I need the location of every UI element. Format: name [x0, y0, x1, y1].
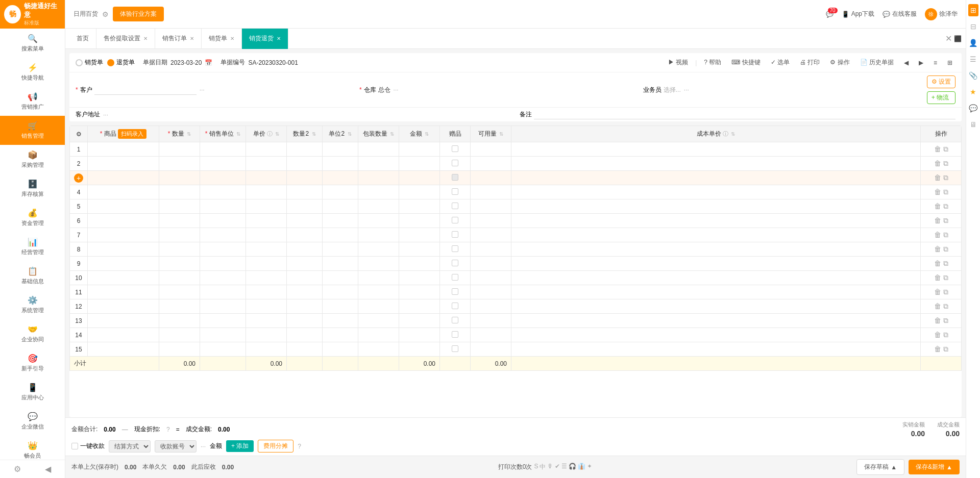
sidebar-item-inventory[interactable]: 🗄️ 库存核算: [0, 174, 65, 203]
quantity-cell-1[interactable]: [159, 142, 200, 157]
action-print[interactable]: 🖨 打印: [797, 57, 823, 68]
available-cell-2[interactable]: [471, 157, 511, 171]
print-icon-3[interactable]: 🎙: [547, 463, 553, 471]
add-row-button[interactable]: +: [74, 173, 83, 183]
address-dots[interactable]: ···: [103, 111, 108, 118]
radio-return[interactable]: 退货单: [107, 58, 135, 67]
delete-row-1[interactable]: 🗑: [934, 145, 941, 154]
unit2-cell-3[interactable]: [323, 171, 358, 185]
right-panel-layout2[interactable]: ⊟: [968, 20, 978, 33]
radio-sales[interactable]: 销货单: [76, 58, 103, 67]
view-list[interactable]: ≡: [930, 58, 940, 67]
delete-row-4[interactable]: 🗑: [934, 188, 941, 196]
nav-next[interactable]: ▶: [916, 58, 926, 67]
user-profile[interactable]: 徐 徐泽华: [925, 8, 958, 20]
delete-row-6[interactable]: 🗑: [934, 216, 941, 225]
nav-prev[interactable]: ◀: [901, 58, 912, 67]
gift-cell-2[interactable]: [440, 157, 471, 171]
copy-row-2[interactable]: ⧉: [943, 159, 948, 168]
delete-row-2[interactable]: 🗑: [934, 159, 941, 168]
customer-input[interactable]: [94, 85, 197, 95]
unitprice-cell-1[interactable]: [246, 142, 287, 157]
right-panel-star[interactable]: ★: [968, 86, 978, 98]
view-grid[interactable]: ⊞: [944, 58, 955, 67]
copy-row-5[interactable]: ⧉: [943, 202, 948, 211]
copy-row-11[interactable]: ⧉: [943, 288, 948, 296]
settlement-select[interactable]: 结算方式: [109, 440, 151, 452]
copy-row-9[interactable]: ⧉: [943, 259, 948, 268]
product-cell-2[interactable]: [88, 157, 159, 171]
date-value[interactable]: 2023-03-20: [170, 59, 202, 66]
unit2-cell-1[interactable]: [323, 142, 358, 157]
right-panel-chat[interactable]: 💬: [967, 102, 979, 114]
sort-salesunit-icon[interactable]: ⇅: [236, 131, 240, 137]
sidebar-item-finance[interactable]: 💰 资金管理: [0, 203, 65, 232]
expense-help-icon[interactable]: ?: [298, 443, 301, 450]
amount-cell-3[interactable]: [399, 171, 440, 185]
qty2-cell-3[interactable]: [287, 171, 323, 185]
sidebar-item-appcenter[interactable]: 📱 应用中心: [0, 378, 65, 407]
sort-costprice-icon[interactable]: ⇅: [731, 131, 735, 137]
app-download[interactable]: 📱 App下载: [842, 10, 874, 18]
available-cell-3[interactable]: [471, 171, 511, 185]
qty2-cell-1[interactable]: [287, 142, 323, 157]
sort-qty2-icon[interactable]: ⇅: [312, 131, 316, 137]
salesunit-cell-3[interactable]: [200, 171, 246, 185]
action-select[interactable]: ✓ 选单: [768, 57, 793, 68]
action-history[interactable]: 📄 历史单据: [857, 57, 897, 68]
tab-sales-delivery-close[interactable]: ✕: [230, 36, 234, 41]
experience-button[interactable]: 体验行业方案: [113, 7, 164, 21]
sidebar-item-quicknav[interactable]: ⚡ 快捷导航: [0, 58, 65, 87]
unit-price-info-icon[interactable]: ⓘ: [267, 131, 273, 137]
packqty-cell-1[interactable]: [358, 142, 399, 157]
sort-packqty-icon[interactable]: ⇅: [390, 131, 394, 137]
print-icon-5[interactable]: ☰: [561, 463, 567, 471]
sort-amount-icon[interactable]: ⇅: [425, 131, 429, 137]
unitprice-cell-3[interactable]: [246, 171, 287, 185]
delete-row-15[interactable]: 🗑: [934, 345, 941, 354]
sidebar-item-purchase[interactable]: 📦 采购管理: [0, 145, 65, 174]
tab-sales-order[interactable]: 销售订单 ✕: [155, 29, 202, 49]
expense-split-button[interactable]: 费用分摊: [258, 440, 293, 452]
costprice-cell-2[interactable]: [511, 157, 921, 171]
right-panel-table[interactable]: ☰: [968, 53, 978, 65]
print-icon-4[interactable]: ✔: [555, 463, 560, 471]
cost-price-info-icon[interactable]: ⓘ: [723, 131, 728, 137]
delete-row-3[interactable]: 🗑: [934, 173, 941, 182]
tab-sales-delivery[interactable]: 销货单 ✕: [202, 29, 242, 49]
breadcrumb-settings-icon[interactable]: ⚙: [102, 10, 109, 18]
salesunit-cell-1[interactable]: [200, 142, 246, 157]
packqty-cell-2[interactable]: [358, 157, 399, 171]
warehouse-dots[interactable]: ···: [394, 86, 399, 93]
costprice-cell-1[interactable]: [511, 142, 921, 157]
print-icon-2[interactable]: 中: [540, 463, 546, 471]
sidebar-item-system[interactable]: ⚙️ 系统管理: [0, 290, 65, 319]
bank-dots[interactable]: ···: [201, 443, 206, 450]
tab-price-setting[interactable]: 售价提取设置 ✕: [96, 29, 155, 49]
product-cell-1[interactable]: [88, 142, 159, 157]
tab-sales-return[interactable]: 销货退货 ✕: [242, 29, 288, 49]
add-button[interactable]: + 添加: [226, 440, 254, 452]
delete-row-12[interactable]: 🗑: [934, 302, 941, 311]
tab-close-all[interactable]: ✕: [945, 34, 952, 43]
print-icon-6[interactable]: 🎧: [569, 463, 576, 471]
help-icon-discount[interactable]: ?: [166, 426, 170, 433]
sort-available-icon[interactable]: ⇅: [499, 131, 503, 137]
copy-row-13[interactable]: ⧉: [943, 316, 948, 325]
sidebar-item-enterprise[interactable]: 🤝 企业协同: [0, 319, 65, 348]
gift-checkbox-2[interactable]: [452, 160, 458, 166]
bank-select[interactable]: 收款账号: [155, 440, 197, 452]
sort-quantity-icon[interactable]: ⇅: [187, 131, 191, 137]
copy-row-12[interactable]: ⧉: [943, 302, 948, 311]
tab-sales-order-close[interactable]: ✕: [190, 36, 194, 41]
gift-cell-3[interactable]: [440, 171, 471, 185]
quantity-cell-3[interactable]: [159, 171, 200, 185]
print-icon-8[interactable]: ✦: [587, 463, 592, 471]
copy-row-1[interactable]: ⧉: [943, 145, 948, 154]
sidebar-item-wechat[interactable]: 💬 企业微信: [0, 407, 65, 436]
th-settings[interactable]: ⚙: [70, 126, 88, 142]
scan-button[interactable]: 扫码录入: [118, 129, 146, 139]
delete-row-8[interactable]: 🗑: [934, 245, 941, 254]
right-panel-clip[interactable]: 📎: [967, 69, 979, 82]
customer-dots[interactable]: ···: [200, 86, 205, 93]
